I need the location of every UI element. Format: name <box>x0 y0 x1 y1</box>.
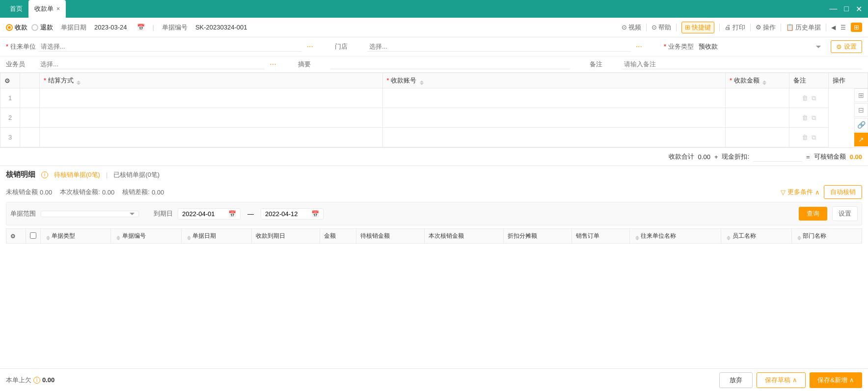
party-more-btn[interactable]: ··· <box>305 42 315 51</box>
nav-prev[interactable]: ◀ <box>831 24 836 31</box>
bottom-table: ⚙ 单据类型 单据编号 <box>6 228 862 244</box>
nav-tab-active[interactable]: 收款单 × <box>28 0 66 18</box>
nav-grid[interactable]: ⊞ <box>851 23 862 32</box>
th-gear[interactable]: ⚙ <box>0 73 20 88</box>
current-value: 0.00 <box>42 376 54 384</box>
bt-th-doc-num[interactable]: 单据编号 <box>111 229 181 244</box>
calendar-icon[interactable]: 📅 <box>137 24 145 31</box>
help-action[interactable]: ⊙ 帮助 <box>651 23 671 32</box>
bt-th-sales-order[interactable]: 销售订单 <box>572 229 629 244</box>
select-all-checkbox[interactable] <box>30 232 36 239</box>
nav-right-icons: — □ ✕ <box>827 2 864 16</box>
cell-account-3[interactable] <box>40 128 383 147</box>
right-tool-link[interactable]: 🔗 <box>854 118 868 132</box>
date-from-input[interactable] <box>182 210 226 218</box>
bt-th-current-verify[interactable]: 本次核销金额 <box>425 229 504 244</box>
close-tab-button[interactable]: × <box>56 5 60 12</box>
abandon-button[interactable]: 放弃 <box>719 372 753 388</box>
bt-th-dept-name[interactable]: 部门名称 <box>791 229 862 244</box>
verify-info-icon[interactable]: i <box>41 171 48 178</box>
active-tab-label: 收款单 <box>34 4 54 13</box>
bt-th-doc-date[interactable]: 单据日期 <box>181 229 251 244</box>
note-input[interactable] <box>622 59 862 69</box>
cell-note-2[interactable] <box>726 108 789 128</box>
save-draft-arrow[interactable]: ∧ <box>792 376 797 384</box>
th-note[interactable]: 备注 <box>789 73 829 88</box>
help-circle-icon: ⊙ <box>651 24 657 31</box>
biz-type-field: * 业务类型 预收款 <box>664 41 821 52</box>
delete-icon-1[interactable]: 🗑 <box>802 94 808 102</box>
delete-icon-3[interactable]: 🗑 <box>802 134 808 141</box>
print-action[interactable]: 🖨 打印 <box>725 23 745 32</box>
query-button[interactable]: 查询 <box>799 207 827 221</box>
window-close-icon[interactable]: ✕ <box>854 2 864 16</box>
party-input[interactable] <box>39 42 302 52</box>
party-field: * 往来单位 ··· <box>6 42 315 52</box>
more-conditions-btn[interactable]: ▽ 更多条件 ∧ <box>781 188 820 196</box>
th-settle[interactable]: * 结算方式 <box>40 73 383 88</box>
store-input[interactable] <box>367 42 631 52</box>
cell-settle-2[interactable] <box>20 108 40 128</box>
right-tool-expand[interactable]: ↗ <box>854 133 868 146</box>
done-tab[interactable]: 已核销单据(0笔) <box>113 170 160 179</box>
ops-action[interactable]: ⚙ 操作 <box>756 23 776 32</box>
cell-amount-1[interactable] <box>382 88 726 108</box>
bt-th-amount[interactable]: 金额 <box>320 229 356 244</box>
date-to-input[interactable] <box>265 210 309 218</box>
restore-icon[interactable]: □ <box>842 2 851 15</box>
range-settings-button[interactable]: 设置 <box>832 206 858 221</box>
nav-list[interactable]: ☰ <box>841 24 846 31</box>
cell-note-3[interactable] <box>726 128 789 147</box>
store-more-btn[interactable]: ··· <box>634 42 644 51</box>
cell-account-1[interactable] <box>40 88 383 108</box>
staff-input[interactable] <box>38 59 265 69</box>
bt-th-discount[interactable]: 折扣分摊额 <box>504 229 572 244</box>
auto-verify-button[interactable]: 自动核销 <box>824 185 862 199</box>
bt-th-check[interactable] <box>26 229 41 244</box>
right-tool-grid[interactable]: ⊞ <box>854 88 868 102</box>
cell-amount-2[interactable] <box>382 108 726 128</box>
bt-th-pending-verify[interactable]: 待核销金额 <box>356 229 425 244</box>
copy-icon-3[interactable]: ⧉ <box>812 134 816 141</box>
shortcut-action[interactable]: ⊞ 快捷键 <box>681 22 714 33</box>
discount-input[interactable] <box>753 152 802 162</box>
save-draft-button[interactable]: 保存草稿 ∧ <box>757 372 806 388</box>
note-field: 备注 <box>590 59 862 69</box>
history-action[interactable]: 📋 历史单据 <box>786 23 821 32</box>
bt-th-staff-name[interactable]: 员工名称 <box>721 229 791 244</box>
abstract-input[interactable] <box>330 59 570 69</box>
save-new-arrow[interactable]: ∧ <box>849 376 854 384</box>
biz-type-dropdown-icon[interactable] <box>816 46 821 48</box>
minimize-icon[interactable]: — <box>827 2 839 15</box>
pending-tab[interactable]: 待核销单据(0笔) <box>54 170 100 179</box>
cell-settle-1[interactable] <box>20 88 40 108</box>
range-select[interactable] <box>41 211 139 217</box>
right-tool-table[interactable]: ⊟ <box>854 103 868 117</box>
copy-icon-1[interactable]: ⧉ <box>812 94 816 102</box>
radio-tuiquan[interactable]: 退款 <box>31 23 53 32</box>
bt-th-party-name[interactable]: 往来单位名称 <box>629 229 721 244</box>
copy-icon-2[interactable]: ⧉ <box>812 114 816 121</box>
bt-th-due-date[interactable]: 收款到期日 <box>251 229 320 244</box>
delete-icon-2[interactable]: 🗑 <box>802 114 808 121</box>
net-label: 可核销金额 <box>814 152 846 161</box>
calendar-to-icon[interactable]: 📅 <box>311 210 319 218</box>
footer-buttons: 放弃 保存草稿 ∧ 保存&新增 ∧ <box>719 372 862 388</box>
video-action[interactable]: ⊙ 视频 <box>622 23 641 32</box>
cell-settle-3[interactable] <box>20 128 40 147</box>
nav-home[interactable]: 首页 <box>4 0 28 18</box>
save-new-button[interactable]: 保存&新增 ∧ <box>810 372 862 388</box>
cell-account-2[interactable] <box>40 108 383 128</box>
th-account[interactable]: * 收款账号 <box>382 73 726 88</box>
th-amount[interactable]: * 收款金额 <box>726 73 789 88</box>
cell-note-1[interactable] <box>726 88 789 108</box>
staff-more-btn[interactable]: ··· <box>268 60 278 69</box>
calendar-from-icon[interactable]: 📅 <box>228 210 236 218</box>
cell-amount-3[interactable] <box>382 128 726 147</box>
settings-button[interactable]: ⚙ 设置 <box>831 40 862 53</box>
radio-shouquan[interactable]: 收款 <box>6 23 27 32</box>
bt-th-doc-type[interactable]: 单据类型 <box>41 229 111 244</box>
current-label: 本单上欠 <box>6 376 31 385</box>
bt-th-gear[interactable]: ⚙ <box>6 229 26 244</box>
footer-info-icon[interactable]: i <box>33 377 40 384</box>
